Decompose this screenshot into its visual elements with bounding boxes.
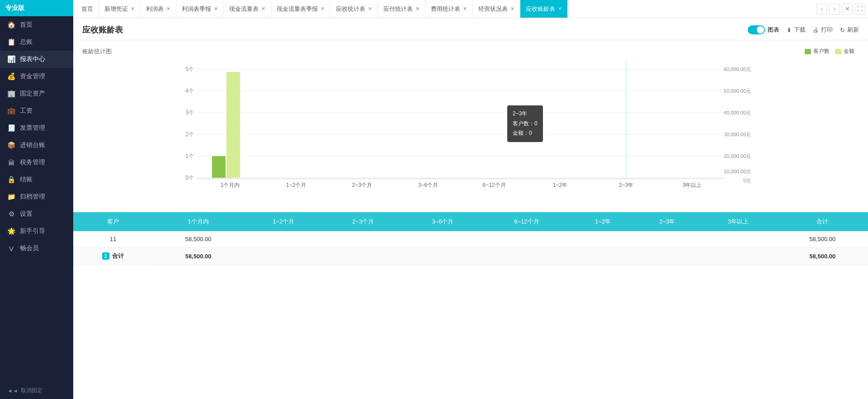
legend-customers: 客户数 [805, 48, 830, 55]
tab-label-expense-stats: 费用统计表 [431, 5, 460, 13]
tab-business-status[interactable]: 经营状况表✕ [473, 0, 520, 18]
svg-text:3年以上: 3年以上 [683, 182, 702, 188]
refresh-button[interactable]: ↻ 刷新 [840, 26, 859, 34]
tab-expense-stats[interactable]: 费用统计表✕ [425, 0, 473, 18]
total-text: 合计 [112, 252, 124, 260]
svg-text:50,000.00元: 50,000.00元 [724, 88, 751, 94]
col-total: 合计 [777, 212, 868, 231]
sidebar-item-assets[interactable]: 🏢固定资产 [0, 85, 73, 102]
tab-close-profit-quarter[interactable]: ✕ [214, 6, 218, 12]
sidebar-item-invoice[interactable]: 🧾发票管理 [0, 119, 73, 137]
svg-text:3个: 3个 [185, 109, 194, 116]
tab-close-expense-stats[interactable]: ✕ [463, 6, 467, 12]
tab-voucher[interactable]: 新增凭证✕ [99, 0, 141, 18]
sidebar-icon-tax: 🏛 [7, 159, 15, 166]
legend-customers-color [805, 49, 811, 54]
cell-2-3m [323, 231, 403, 247]
svg-text:6~12个月: 6~12个月 [482, 182, 505, 188]
svg-text:4个: 4个 [185, 88, 194, 94]
sidebar-item-ledger[interactable]: 📋总账 [0, 33, 73, 51]
toggle-track[interactable] [748, 25, 765, 34]
sidebar-label-assets: 固定资产 [20, 90, 45, 98]
sidebar-toggle-pin[interactable]: ◄◄ 取消固定 [0, 382, 73, 399]
svg-text:60,000.00元: 60,000.00元 [724, 66, 751, 72]
sidebar-icon-stock: 📦 [7, 141, 15, 149]
sidebar-item-stock[interactable]: 📦进销台账 [0, 137, 73, 154]
svg-text:0个: 0个 [185, 175, 194, 181]
tab-label-profit: 利润表 [146, 5, 164, 13]
col-6-12m: 6~12个月 [483, 212, 571, 231]
sidebar-item-reports[interactable]: 📊报表中心 [0, 51, 73, 68]
tab-label-cashflow: 现金流量表 [229, 5, 259, 13]
pin-icon: ◄◄ [7, 388, 18, 394]
sidebar-icon-close: 🔒 [7, 176, 15, 184]
sidebar-item-close[interactable]: 🔒结账 [0, 171, 73, 188]
tab-close-ar-stats[interactable]: ✕ [368, 6, 372, 12]
svg-text:2个: 2个 [185, 131, 194, 138]
tab-close-ar-aging[interactable]: ✕ [558, 6, 562, 12]
tab-close-business-status[interactable]: ✕ [510, 6, 514, 12]
print-button[interactable]: 🖨 打印 [813, 26, 833, 34]
sidebar-item-home[interactable]: 🏠首页 [0, 16, 73, 33]
legend-customers-label: 客户数 [813, 48, 830, 55]
table-header-row: 客户 1个月内 1~2个月 2~3个月 3~6个月 6~12个月 1~2年 2~… [73, 212, 868, 231]
tab-cashflow-quarter[interactable]: 现金流量表季报✕ [271, 0, 330, 18]
sidebar-item-guide[interactable]: 🌟新手引导 [0, 223, 73, 240]
tab-ap-stats[interactable]: 应付统计表✕ [378, 0, 425, 18]
download-button[interactable]: ⬇ 下载 [787, 26, 806, 34]
sidebar: 专业版 🏠首页📋总账📊报表中心💰资金管理🏢固定资产💼工资🧾发票管理📦进销台账🏛税… [0, 0, 73, 399]
tab-label-cashflow-quarter: 现金流量表季报 [277, 5, 318, 13]
table-total-row: Σ 合计 58,500.00 58,500.00 [73, 247, 868, 266]
total-2-3m [323, 247, 403, 266]
bar-1m-customers [212, 156, 226, 178]
svg-text:2~3年: 2~3年 [619, 182, 633, 188]
tab-label-voucher: 新增凭证 [104, 5, 128, 13]
sidebar-item-member[interactable]: V畅会员 [0, 240, 73, 257]
tab-close-voucher[interactable]: ✕ [131, 6, 135, 12]
sidebar-label-guide: 新手引导 [20, 227, 45, 235]
cell-customer: 11 [73, 231, 153, 247]
chart-toggle[interactable]: 图表 [748, 25, 779, 34]
tab-close-profit[interactable]: ✕ [166, 6, 170, 12]
sidebar-icon-invoice: 🧾 [7, 124, 15, 132]
tab-nav-buttons: ‹ › ✕ ⛶ [816, 4, 865, 14]
total-6-12m [483, 247, 571, 266]
total-1m: 58,500.00 [153, 247, 244, 266]
tab-scroll-right[interactable]: › [829, 4, 840, 14]
sidebar-icon-assets: 🏢 [7, 90, 15, 98]
col-1-2m: 1~2个月 [244, 212, 323, 231]
tab-close-cashflow-quarter[interactable]: ✕ [321, 6, 325, 12]
tab-close-ap-stats[interactable]: ✕ [415, 6, 420, 12]
sidebar-icon-ledger: 📋 [7, 38, 15, 46]
sidebar-item-archive[interactable]: 📁归档管理 [0, 188, 73, 205]
tab-ar-aging[interactable]: 应收账龄表✕ [520, 0, 568, 18]
table-row: 11 58,500.00 58,500.00 [73, 231, 868, 247]
tab-label-home: 首页 [81, 5, 93, 13]
cell-3y-plus [699, 231, 777, 247]
tab-profit-quarter[interactable]: 利润表季报✕ [176, 0, 224, 18]
tab-fullscreen[interactable]: ⛶ [854, 4, 865, 14]
legend-amount-label: 金额 [844, 48, 854, 55]
legend-amount: 金额 [835, 48, 854, 55]
sidebar-icon-salary: 💼 [7, 107, 15, 115]
tab-ar-stats[interactable]: 应收统计表✕ [330, 0, 378, 18]
sidebar-item-settings[interactable]: ⚙设置 [0, 205, 73, 223]
col-3y-plus: 3年以上 [699, 212, 777, 231]
svg-text:10,000.00元: 10,000.00元 [724, 169, 751, 174]
tab-close-cashflow[interactable]: ✕ [261, 6, 265, 12]
tab-close-all[interactable]: ✕ [842, 4, 853, 14]
sidebar-item-salary[interactable]: 💼工资 [0, 102, 73, 119]
page-toolbar: 图表 ⬇ 下载 🖨 打印 ↻ 刷新 [748, 25, 859, 34]
tab-cashflow[interactable]: 现金流量表✕ [224, 0, 271, 18]
tab-home[interactable]: 首页 [76, 0, 99, 18]
sidebar-item-funds[interactable]: 💰资金管理 [0, 68, 73, 85]
svg-text:30,000.00元: 30,000.00元 [724, 132, 751, 137]
cell-1m: 58,500.00 [153, 231, 244, 247]
sidebar-item-tax[interactable]: 🏛税务管理 [0, 154, 73, 171]
total-total: 58,500.00 [777, 247, 868, 266]
ar-aging-table: 客户 1个月内 1~2个月 2~3个月 3~6个月 6~12个月 1~2年 2~… [73, 212, 868, 266]
tab-bar: 首页新增凭证✕利润表✕利润表季报✕现金流量表✕现金流量表季报✕应收统计表✕应付统… [73, 0, 868, 18]
tab-profit[interactable]: 利润表✕ [141, 0, 176, 18]
total-1-2m [244, 247, 323, 266]
tab-scroll-left[interactable]: ‹ [816, 4, 827, 14]
